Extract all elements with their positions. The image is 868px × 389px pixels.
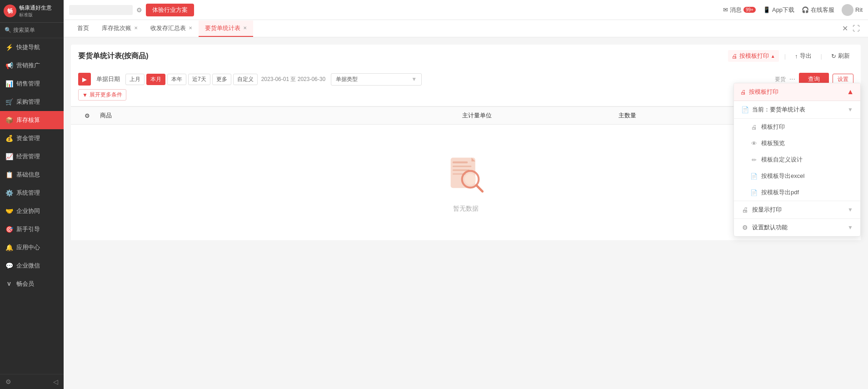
- col-header-gear[interactable]: ⚙: [78, 112, 96, 119]
- sidebar-item-label: 库存核算: [16, 116, 40, 124]
- tabs-maximize-button[interactable]: ⛶: [852, 24, 861, 34]
- messages-button[interactable]: ✉ 消息 99+: [723, 6, 756, 14]
- col-header-unit: 主计量单位: [401, 111, 552, 120]
- sidebar-item-finance[interactable]: 💰 资金管理: [0, 129, 64, 147]
- sidebar-item-inventory[interactable]: 📦 库存核算: [0, 111, 64, 129]
- chevron-right-icon: ▶: [82, 76, 87, 83]
- dropdown-title-label: 按模板打印: [749, 88, 778, 96]
- dropdown-item-template-preview[interactable]: 👁 模板预览: [734, 135, 860, 152]
- display-print-icon: 🖨: [741, 206, 748, 213]
- sidebar-item-enterprise[interactable]: 🤝 企业协同: [0, 202, 64, 220]
- app-name: 畅康通好生意: [19, 5, 52, 12]
- tabs-close-button[interactable]: ✕: [841, 23, 849, 34]
- page-content: 要货单统计表(按商品) 🖨 按模板打印 ▲ | ↑ 导出 | ↻ 刷新: [64, 37, 868, 389]
- filter-toggle-button[interactable]: ▶: [78, 73, 91, 86]
- dropdown-item-export-pdf[interactable]: 📄 按模板导出pdf: [734, 184, 860, 201]
- refresh-button[interactable]: ↻ 刷新: [828, 50, 853, 62]
- sidebar-item-guide[interactable]: 🎯 新手引导: [0, 220, 64, 238]
- export-button[interactable]: ↑ 导出: [791, 50, 815, 62]
- date-btn-more[interactable]: 更多: [212, 74, 231, 85]
- dropdown-close-button[interactable]: ▲: [847, 88, 854, 96]
- type-filter-select[interactable]: 单据类型 ▼: [331, 73, 422, 86]
- template-preview-label: 模板预览: [761, 139, 853, 147]
- tab-batch-account-close[interactable]: ✕: [134, 25, 138, 30]
- template-preview-icon: 👁: [750, 140, 758, 147]
- export-excel-label: 按模板导出excel: [761, 172, 853, 180]
- sidebar-item-label: 企业协同: [16, 207, 40, 215]
- tab-requisition-stats-close[interactable]: ✕: [243, 25, 247, 30]
- dropdown-set-default-section: ⚙ 设置默认功能 ▼: [734, 219, 860, 236]
- sidebar: 畅 畅康通好生意 标准版 🔍 搜索菜单 ⚡ 快捷导航 📢 营销推广 📊 销售管理…: [0, 0, 64, 389]
- member-icon: V: [5, 281, 13, 287]
- app-logo: 畅 畅康通好生意 标准版: [0, 0, 64, 23]
- template-design-label: 模板自定义设计: [761, 156, 853, 164]
- sidebar-item-label: 畅会员: [16, 280, 34, 288]
- basic-icon: 📋: [5, 171, 13, 178]
- sidebar-item-label: 营销推广: [16, 61, 40, 70]
- sidebar-item-sales[interactable]: 📊 销售管理: [0, 75, 64, 93]
- sidebar-item-label: 系统管理: [16, 189, 40, 197]
- chevron-up-icon: ▲: [771, 54, 775, 59]
- app-download-label: App下载: [772, 6, 794, 14]
- tabs-actions: ✕ ⛶: [841, 23, 861, 34]
- trial-button[interactable]: 体验行业方案: [146, 4, 194, 16]
- tab-requisition-stats[interactable]: 要货单统计表 ✕: [199, 20, 253, 37]
- tab-collection-summary-close[interactable]: ✕: [189, 25, 192, 30]
- expand-more-conditions-button[interactable]: ▼ 展开更多条件: [78, 89, 126, 101]
- sidebar-item-operations[interactable]: 📈 经营管理: [0, 147, 64, 166]
- empty-text: 暂无数据: [453, 205, 479, 213]
- filter-more-dots[interactable]: ···: [789, 75, 795, 83]
- sidebar-volume-icon[interactable]: ◁: [53, 378, 58, 385]
- sidebar-item-marketing[interactable]: 📢 营销推广: [0, 56, 64, 75]
- user-avatar-area[interactable]: Rit: [842, 4, 863, 16]
- sidebar-item-member[interactable]: V 畅会员: [0, 275, 64, 293]
- sidebar-item-appstore[interactable]: 🔔 应用中心: [0, 238, 64, 257]
- sidebar-nav: ⚡ 快捷导航 📢 营销推广 📊 销售管理 🛒 采购管理 📦 库存核算 💰 资金管…: [0, 38, 64, 374]
- expand-label: 展开更多条件: [90, 91, 122, 99]
- dropdown-item-export-excel[interactable]: 📄 按模板导出excel: [734, 168, 860, 184]
- inventory-icon: 📦: [5, 116, 13, 124]
- sidebar-settings-icon[interactable]: ⚙: [5, 378, 11, 385]
- date-btn-year[interactable]: 本年: [167, 74, 186, 85]
- user-name: Rit: [855, 6, 863, 13]
- system-icon: ⚙️: [5, 189, 13, 197]
- dropdown-set-default[interactable]: ⚙ 设置默认功能 ▼: [734, 219, 860, 236]
- sidebar-item-purchase[interactable]: 🛒 采购管理: [0, 93, 64, 111]
- sidebar-item-quick-nav[interactable]: ⚡ 快捷导航: [0, 38, 64, 56]
- sidebar-item-basic[interactable]: 📋 基础信息: [0, 166, 64, 184]
- topbar-right: ✉ 消息 99+ 📱 App下载 🎧 在线客服 Rit: [723, 4, 863, 16]
- sidebar-item-label: 应用中心: [16, 243, 40, 252]
- main-area: ⚙ 体验行业方案 ✉ 消息 99+ 📱 App下载 🎧 在线客服 Rit: [64, 0, 868, 389]
- export-icon: ↑: [795, 53, 798, 60]
- export-pdf-icon: 📄: [750, 189, 758, 196]
- date-btn-7days[interactable]: 近7天: [188, 74, 210, 85]
- dropdown-display-print[interactable]: 🖨 按显示打印 ▼: [734, 201, 860, 218]
- tab-collection-summary-label: 收发存汇总表: [150, 24, 186, 32]
- tab-home[interactable]: 首页: [71, 20, 95, 37]
- date-btn-current-month[interactable]: 本月: [146, 74, 165, 85]
- date-btn-last-month[interactable]: 上月: [125, 74, 145, 85]
- messages-badge: 99+: [743, 7, 756, 13]
- display-print-label: 按显示打印: [752, 206, 844, 214]
- date-btn-custom[interactable]: 自定义: [233, 74, 258, 85]
- topbar-gear-icon[interactable]: ⚙: [136, 6, 142, 14]
- app-download-button[interactable]: 📱 App下载: [763, 6, 794, 14]
- dropdown-item-template-design[interactable]: ✏ 模板自定义设计: [734, 152, 860, 168]
- template-print-button[interactable]: 🖨 按模板打印 ▲: [728, 50, 779, 62]
- tab-home-label: 首页: [77, 24, 89, 32]
- requisition-label-text: 要货: [775, 76, 786, 83]
- sidebar-item-system[interactable]: ⚙️ 系统管理: [0, 184, 64, 202]
- topbar-search-input[interactable]: [69, 5, 133, 15]
- search-menu-item[interactable]: 🔍 搜索菜单: [0, 23, 64, 38]
- marketing-icon: 📢: [5, 62, 13, 69]
- export-pdf-label: 按模板导出pdf: [761, 188, 853, 197]
- dropdown-item-template-print[interactable]: 🖨 模板打印: [734, 119, 860, 135]
- search-menu-label: 搜索菜单: [13, 26, 35, 34]
- dropdown-current-template[interactable]: 📄 当前：要货单统计表 ▼: [734, 101, 860, 118]
- sidebar-item-label: 采购管理: [16, 98, 40, 106]
- refresh-icon: ↻: [831, 53, 836, 60]
- tab-batch-account[interactable]: 库存批次账 ✕: [95, 20, 144, 37]
- sidebar-item-wechat[interactable]: 💬 企业微信: [0, 257, 64, 275]
- online-service-button[interactable]: 🎧 在线客服: [802, 6, 834, 14]
- tab-collection-summary[interactable]: 收发存汇总表 ✕: [144, 20, 199, 37]
